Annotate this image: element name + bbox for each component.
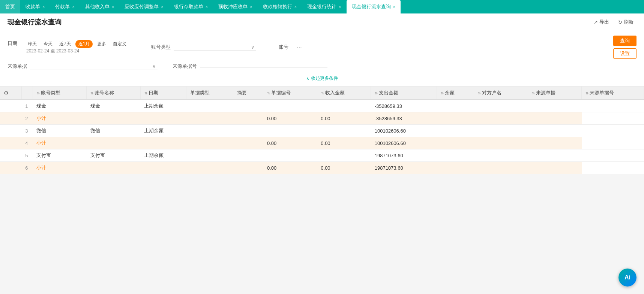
nav-bank-flow-close[interactable]: ×	[393, 0, 395, 13]
nav-collection-verify[interactable]: 收款核销执行 ×	[258, 0, 302, 13]
nav-pre-offset[interactable]: 预收冲应收单 ×	[213, 0, 257, 13]
row-seq	[0, 149, 21, 162]
refresh-label: 刷新	[624, 19, 633, 25]
nav-bank-deposit-close[interactable]: ×	[206, 0, 208, 13]
collapse-button[interactable]: ∧ 收起更多条件	[8, 74, 636, 83]
row-number: 4	[21, 137, 33, 149]
table-row[interactable]: 1现金现金上期余额-3528659.33	[0, 100, 644, 112]
nav-receipt-close[interactable]: ×	[42, 0, 45, 13]
table-row[interactable]: 4小计0.000.00100102606.60	[0, 137, 644, 149]
cell-expense	[317, 100, 371, 112]
cell-income	[263, 149, 317, 162]
table-row[interactable]: 5支付宝支付宝上期余额19871073.60	[0, 149, 644, 162]
nav-bank-deposit[interactable]: 银行存取款单 ×	[169, 0, 213, 13]
account-type-chevron-icon: ∨	[251, 44, 255, 50]
nav-bank-stats[interactable]: 现金银行统计 ×	[302, 0, 346, 13]
nav-payment-label: 付款单	[55, 0, 70, 13]
cell-income: 0.00	[263, 162, 317, 174]
cell-counterparty	[437, 149, 474, 162]
data-table: ⚙ ⇅账号类型 ⇅账号名称 ⇅日期 单据类型 摘要 ⇅单据编号 ⇅收入金额 ⇅支…	[0, 87, 644, 174]
refresh-icon: ↻	[618, 19, 622, 25]
collapse-label: 收起更多条件	[311, 75, 338, 82]
col-account-name[interactable]: ⇅账号名称	[87, 87, 140, 100]
source-doc-label: 来源单据	[8, 63, 27, 70]
col-source-doc-no[interactable]: ⇅来源单据号	[582, 87, 644, 100]
date-options-group: 昨天 今天 近7天 近1月 更多 自定义 2023-02-24 至 2023-0…	[26, 40, 129, 54]
nav-ap-adjust[interactable]: 应收应付调整单 ×	[119, 0, 168, 13]
nav-other-income-close[interactable]: ×	[112, 0, 114, 13]
cell-doc_type: 上期余额	[140, 149, 186, 162]
date-more[interactable]: 更多	[95, 40, 108, 48]
col-doc-no[interactable]: ⇅单据编号	[263, 87, 317, 100]
cell-account_type: 小计	[33, 112, 86, 125]
cell-doc_type: 上期余额	[140, 125, 186, 137]
settings-button[interactable]: 设置	[613, 48, 636, 59]
cell-counterparty	[437, 100, 474, 112]
row-seq	[0, 100, 21, 112]
table-row[interactable]: 6小计0.000.0019871073.60	[0, 162, 644, 174]
cell-balance: 100102606.60	[371, 125, 437, 137]
cell-counterparty	[437, 125, 474, 137]
nav-bank-flow[interactable]: 现金银行流水查询 ×	[347, 0, 401, 13]
account-group: 账号 ···	[279, 44, 302, 51]
export-button[interactable]: ↗ 导出	[591, 17, 612, 27]
cell-expense: 0.00	[317, 162, 371, 174]
cell-doc_no	[233, 162, 263, 174]
account-type-group: 账号类型 ∨	[151, 43, 256, 51]
col-account-type[interactable]: ⇅账号类型	[33, 87, 86, 100]
col-income[interactable]: ⇅收入金额	[317, 87, 371, 100]
col-balance[interactable]: ⇅余额	[437, 87, 474, 100]
source-doc-chevron-icon: ∨	[152, 63, 156, 69]
cell-source_doc_no	[528, 149, 581, 162]
nav-other-income[interactable]: 其他收入单 ×	[80, 0, 119, 13]
date-1month[interactable]: 近1月	[75, 40, 93, 48]
nav-collection-verify-close[interactable]: ×	[294, 0, 297, 13]
table-row[interactable]: 2小计0.000.00-3528659.33	[0, 112, 644, 125]
nav-receipt-label: 收款单	[26, 0, 40, 13]
source-doc-select[interactable]: ∨	[30, 63, 158, 70]
nav-bank-deposit-label: 银行存取款单	[174, 0, 203, 13]
gear-icon[interactable]: ⚙	[4, 90, 9, 96]
col-expense[interactable]: ⇅支出金额	[371, 87, 437, 100]
source-doc-num-label: 来源单据号	[173, 63, 197, 70]
header-actions: ↗ 导出 ↻ 刷新	[591, 17, 636, 27]
table-row[interactable]: 3微信微信上期余额100102606.60	[0, 125, 644, 137]
account-type-select[interactable]: ∨	[174, 43, 256, 51]
nav-payment-close[interactable]: ×	[72, 0, 74, 13]
account-more-icon[interactable]: ···	[297, 44, 302, 51]
cell-income: 0.00	[263, 137, 317, 149]
date-yesterday[interactable]: 昨天	[26, 40, 39, 48]
nav-payment[interactable]: 付款单 ×	[50, 0, 80, 13]
col-summary: 摘要	[233, 87, 263, 100]
query-button[interactable]: 查询	[613, 36, 636, 46]
col-source-doc[interactable]: ⇅来源单据	[528, 87, 581, 100]
cell-income	[263, 100, 317, 112]
nav-receipt[interactable]: 收款单 ×	[20, 0, 50, 13]
nav-ap-adjust-close[interactable]: ×	[161, 0, 163, 13]
refresh-button[interactable]: ↻ 刷新	[615, 17, 636, 27]
col-gear[interactable]: ⚙	[0, 87, 21, 100]
cell-income: 0.00	[263, 112, 317, 125]
row-seq	[0, 112, 21, 125]
col-date[interactable]: ⇅日期	[140, 87, 186, 100]
date-7days[interactable]: 近7天	[57, 40, 73, 48]
cell-account_name	[87, 162, 140, 174]
col-counterparty[interactable]: ⇅对方户名	[474, 87, 528, 100]
source-doc-num-input[interactable]	[200, 66, 327, 67]
cell-source_doc_no	[528, 137, 581, 149]
cell-doc_type	[140, 112, 186, 125]
date-today[interactable]: 今天	[41, 40, 55, 48]
nav-home[interactable]: 首页	[0, 0, 20, 13]
row-number: 3	[21, 125, 33, 137]
nav-bank-stats-close[interactable]: ×	[339, 0, 341, 13]
cell-expense: 0.00	[317, 112, 371, 125]
nav-bank-stats-label: 现金银行统计	[307, 0, 336, 13]
page-title: 现金银行流水查询	[8, 18, 62, 27]
nav-pre-offset-close[interactable]: ×	[250, 0, 252, 13]
cell-source_doc	[474, 149, 528, 162]
nav-ap-adjust-label: 应收应付调整单	[125, 0, 159, 13]
cell-balance: 19871073.60	[371, 149, 437, 162]
nav-collection-verify-label: 收款核销执行	[263, 0, 292, 13]
date-custom[interactable]: 自定义	[111, 40, 129, 48]
cell-source_doc	[474, 162, 528, 174]
